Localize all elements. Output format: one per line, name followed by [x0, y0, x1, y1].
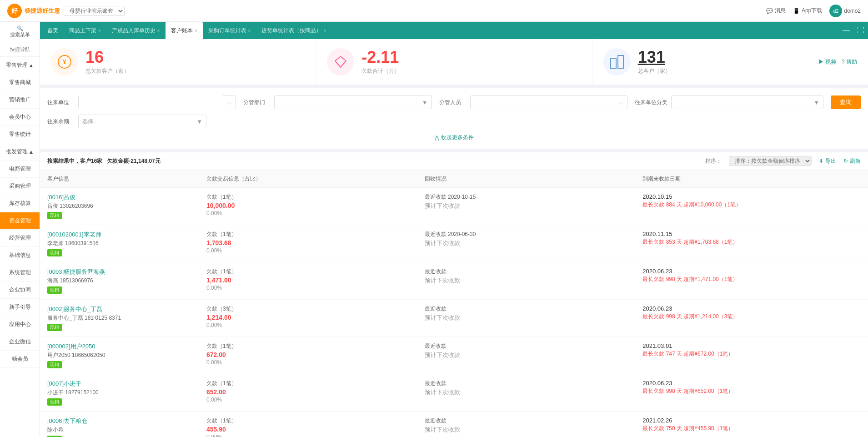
sidebar-item-vip-member[interactable]: 畅会员	[0, 351, 40, 368]
tab-purchase-order[interactable]: 采购订单统计表 ×	[203, 22, 256, 39]
overdue-link-1[interactable]: 超期¥10,000.00（1笔）	[683, 201, 741, 208]
sidebar-item-inventory[interactable]: 库存核算	[0, 195, 40, 212]
debt-percent-2: 0.00%	[206, 247, 425, 254]
tab-home[interactable]: 首页	[42, 22, 64, 39]
tab-inbound-stats-close[interactable]: ×	[323, 28, 326, 33]
sidebar-member-label: 会员中心	[9, 114, 31, 120]
overdue-days-7: 最长欠款 750 天 超期¥455.90（1笔）	[642, 425, 861, 432]
last-collection-3: 最近收款	[425, 268, 643, 276]
results-count: 16	[91, 158, 97, 164]
sidebar-item-retail-manage[interactable]: 零售管理 ▲	[0, 57, 40, 74]
refresh-label: 刷新	[850, 157, 861, 165]
help-btn[interactable]: ? 帮助	[842, 58, 857, 66]
sidebar-item-operation[interactable]: 经营管理	[0, 230, 40, 247]
tab-purchase-order-close[interactable]: ×	[248, 28, 251, 33]
filter-unit-category-input[interactable]	[675, 99, 813, 105]
tab-customer-account-close[interactable]: ×	[195, 28, 197, 33]
tabs-bar: 首页 商品上下架 × 产成品入库单历史 × 客户账本 × 采购订单统计表 × 进…	[40, 22, 868, 39]
refresh-button[interactable]: ↻ 刷新	[843, 157, 861, 165]
tab-product-publish-close[interactable]: ×	[98, 28, 101, 33]
overdue-link-6[interactable]: 超期¥652.00（1笔）	[683, 388, 733, 394]
export-button[interactable]: ⬇ 导出	[819, 157, 836, 165]
chevron-down-category-icon: ▼	[813, 99, 819, 106]
debt-percent-6: 0.00%	[206, 397, 425, 403]
sidebar-item-batch-manage[interactable]: 批发管理 ▲	[0, 143, 40, 161]
sidebar-item-retail-mall[interactable]: 零售商城	[0, 74, 40, 91]
sidebar-quick-nav[interactable]: 快捷导航	[0, 42, 40, 57]
phone-icon: 📱	[793, 8, 800, 14]
overdue-link-4[interactable]: 超期¥1,214.00（3笔）	[683, 313, 738, 320]
overdue-link-5[interactable]: 超期¥672.00（1笔）	[683, 351, 733, 357]
customer-phone-6: 小进干 18279152100	[47, 389, 206, 397]
customer-name-3[interactable]: [0003]畅捷服务尹海燕	[47, 268, 206, 276]
overdue-link-7[interactable]: 超期¥455.90（1笔）	[683, 425, 733, 432]
tabs-minimize-btn[interactable]: —	[841, 26, 852, 35]
filter-from-unit: 往来单位 ···	[47, 95, 236, 109]
filter-person-input[interactable]	[471, 99, 615, 105]
message-btn[interactable]: 💬 消息	[766, 7, 786, 15]
tab-product-history[interactable]: 产成品入库单历史 ×	[106, 22, 166, 39]
table-row: [0016]吕俊 吕俊 13026203696 现销 欠款（1笔） 10,000…	[40, 188, 868, 225]
tab-customer-account[interactable]: 客户账本 ×	[166, 22, 203, 39]
sidebar-item-finance[interactable]: 资金管理	[0, 212, 40, 230]
sort-prefix: 排序：	[705, 157, 722, 165]
tab-purchase-order-label: 采购订单统计表	[208, 27, 246, 35]
customer-info-7: [0006]去下粮仓 陈小希 现销	[47, 417, 206, 437]
overdue-days-2: 最长欠款 853 天 超期¥1,703.68（1笔）	[642, 238, 861, 246]
tab-product-history-close[interactable]: ×	[157, 28, 160, 33]
table-header: 客户信息 欠款交易信息（占比） 回收情况 到期未收款日期	[40, 171, 868, 188]
filter-dept-select-wrap: ▼	[274, 95, 432, 109]
user-menu[interactable]: d2 demo2	[829, 5, 861, 17]
sidebar-item-member[interactable]: 会员中心	[0, 109, 40, 126]
filter-from-unit-input[interactable]	[79, 95, 223, 109]
filter-person-dots[interactable]: ···	[615, 99, 627, 106]
overdue-days-5: 最长欠款 747 天 超期¥672.00（1笔）	[642, 350, 861, 358]
sidebar-item-purchase[interactable]: 采购管理	[0, 178, 40, 195]
debt-info-4: 欠款（3笔） 1,214.00 0.00%	[206, 305, 425, 328]
sidebar-item-new-guide[interactable]: 新手引导	[0, 299, 40, 316]
sidebar-item-ecommerce[interactable]: 电商管理	[0, 161, 40, 178]
tab-product-publish[interactable]: 商品上下架 ×	[64, 22, 106, 39]
filter-from-unit-dots[interactable]: ···	[223, 99, 236, 106]
customer-info-5: [000002]用户2050 用户2050 18665062050 现销	[47, 342, 206, 368]
tabs-maximize-btn[interactable]: ⛶	[855, 26, 866, 35]
customer-name-4[interactable]: [0002]服务中心_丁磊	[47, 305, 206, 313]
filter-row-2: 往来余额 选择... ▼	[47, 115, 861, 128]
customer-badge-5: 现销	[47, 361, 62, 368]
next-collection-1: 预计下次收款	[425, 202, 643, 210]
customer-name-1[interactable]: [0016]吕俊	[47, 193, 206, 201]
customer-name-7[interactable]: [0006]去下粮仓	[47, 417, 206, 425]
sidebar-item-system[interactable]: 系统管理	[0, 264, 40, 281]
sidebar-item-enterprise-coop[interactable]: 企业协同	[0, 281, 40, 299]
video-btn[interactable]: ▶ 视频	[818, 58, 836, 66]
customer-name-6[interactable]: [0007]小进干	[47, 380, 206, 388]
last-collection-1: 最近收款 2020-10-15	[425, 193, 643, 201]
sidebar-item-basic-info[interactable]: 基础信息	[0, 247, 40, 264]
customer-badge-1: 现销	[47, 212, 62, 219]
sidebar-item-retail-stats[interactable]: 零售统计	[0, 126, 40, 143]
chevron-down-icon: ▲	[29, 62, 34, 69]
collapse-button[interactable]: ⋀ 收起更多条件	[47, 134, 861, 141]
sidebar-item-app-center[interactable]: 应用中心	[0, 316, 40, 333]
sidebar-search[interactable]: 🔍 搜索菜单	[0, 22, 40, 42]
filter-balance-label: 往来余额	[47, 118, 75, 126]
username: demo2	[844, 8, 861, 14]
sort-select[interactable]: 排序：按欠款金额倒序排序	[729, 156, 812, 166]
filter-dept-input[interactable]	[278, 99, 422, 105]
search-button[interactable]: 查询	[831, 95, 861, 109]
customer-name-5[interactable]: [000002]用户2050	[47, 342, 206, 351]
sidebar-item-enterprise-wechat[interactable]: 企业微信	[0, 333, 40, 351]
industry-selector[interactable]: 母婴行业演示账套	[64, 6, 125, 16]
filter-from-unit-input-wrap: ···	[78, 95, 236, 109]
customer-name-2[interactable]: [0001020001]李老师	[47, 231, 206, 239]
next-collection-2: 预计下次收款	[425, 239, 643, 247]
app-download-btn[interactable]: 📱 App下载	[793, 7, 822, 15]
overdue-link-2[interactable]: 超期¥1,703.68（1笔）	[683, 239, 738, 245]
debt-count-3: 欠款（1笔）	[206, 268, 425, 276]
filter-unit-category-label: 往来单位分类	[635, 99, 667, 106]
tab-inbound-stats[interactable]: 进货单统计表（按商品） ×	[256, 22, 331, 39]
sidebar-item-marketing[interactable]: 营销推广	[0, 91, 40, 109]
filter-balance-placeholder: 选择...	[82, 118, 196, 126]
stat-value-total-customers: 131	[638, 49, 671, 65]
overdue-link-3[interactable]: 超期¥1,471.00（1笔）	[683, 276, 738, 282]
